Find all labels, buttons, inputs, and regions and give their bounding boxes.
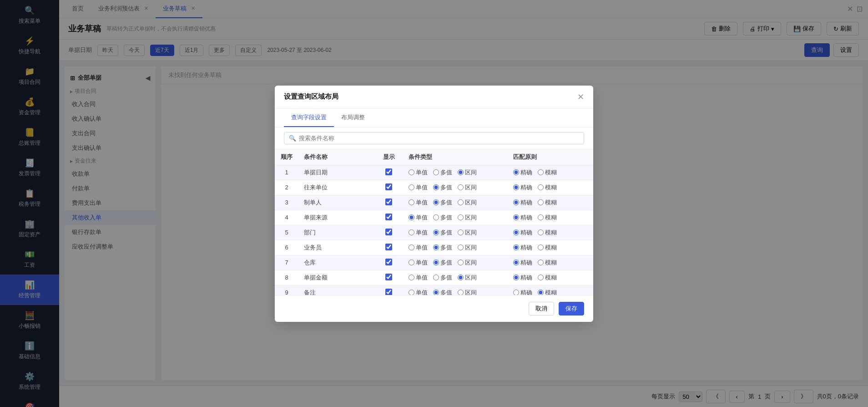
radio-match-exact-label[interactable]: 精确	[513, 168, 532, 177]
radio-type-single[interactable]	[409, 184, 414, 190]
radio-match-exact[interactable]	[513, 259, 519, 265]
radio-match-fuzzy[interactable]	[538, 199, 544, 205]
radio-type-multi[interactable]	[433, 229, 439, 235]
radio-match-fuzzy-label[interactable]: 模糊	[538, 214, 557, 222]
radio-type-single-label[interactable]: 单值	[409, 198, 428, 207]
radio-match-fuzzy-label[interactable]: 模糊	[538, 274, 557, 282]
radio-type-range[interactable]	[458, 184, 464, 190]
radio-type-range-label[interactable]: 区间	[458, 198, 477, 207]
radio-match-fuzzy[interactable]	[538, 184, 544, 190]
radio-match-fuzzy[interactable]	[538, 169, 544, 175]
radio-type-single[interactable]	[409, 229, 414, 235]
radio-type-single-label[interactable]: 单值	[409, 244, 428, 252]
radio-type-range-label[interactable]: 区间	[458, 168, 477, 177]
radio-type-single[interactable]	[409, 259, 414, 265]
show-checkbox[interactable]	[385, 229, 392, 235]
radio-match-exact-label[interactable]: 精确	[513, 289, 532, 295]
radio-match-fuzzy-label[interactable]: 模糊	[538, 183, 557, 192]
radio-type-range[interactable]	[458, 244, 464, 250]
radio-match-fuzzy[interactable]	[538, 214, 544, 220]
radio-match-exact-label[interactable]: 精确	[513, 259, 532, 267]
radio-type-range-label[interactable]: 区间	[458, 229, 477, 237]
radio-type-range-label[interactable]: 区间	[458, 259, 477, 267]
radio-match-fuzzy[interactable]	[538, 290, 544, 295]
radio-type-range[interactable]	[458, 214, 464, 220]
radio-type-single-label[interactable]: 单值	[409, 168, 428, 177]
radio-match-fuzzy-label[interactable]: 模糊	[538, 229, 557, 237]
radio-type-single-label[interactable]: 单值	[409, 229, 428, 237]
radio-type-multi[interactable]	[433, 244, 439, 250]
radio-match-fuzzy-label[interactable]: 模糊	[538, 198, 557, 207]
modal-tab-layout[interactable]: 布局调整	[334, 109, 372, 127]
radio-type-multi-label[interactable]: 多值	[433, 168, 452, 177]
show-checkbox[interactable]	[385, 198, 392, 205]
radio-type-multi[interactable]	[433, 290, 439, 295]
radio-type-multi-label[interactable]: 多值	[433, 229, 452, 237]
show-checkbox[interactable]	[385, 168, 392, 175]
radio-type-single[interactable]	[409, 275, 414, 280]
show-checkbox[interactable]	[385, 274, 392, 280]
radio-match-exact[interactable]	[513, 275, 519, 280]
radio-type-range[interactable]	[458, 229, 464, 235]
radio-match-fuzzy-label[interactable]: 模糊	[538, 259, 557, 267]
radio-match-exact-label[interactable]: 精确	[513, 244, 532, 252]
radio-type-multi[interactable]	[433, 275, 439, 280]
radio-type-range-label[interactable]: 区间	[458, 244, 477, 252]
radio-match-exact[interactable]	[513, 244, 519, 250]
radio-type-range-label[interactable]: 区间	[458, 214, 477, 222]
radio-type-multi[interactable]	[433, 259, 439, 265]
radio-match-exact-label[interactable]: 精确	[513, 214, 532, 222]
radio-type-single-label[interactable]: 单值	[409, 274, 428, 282]
radio-type-range-label[interactable]: 区间	[458, 183, 477, 192]
radio-match-exact[interactable]	[513, 169, 519, 175]
radio-match-exact-label[interactable]: 精确	[513, 183, 532, 192]
radio-type-single[interactable]	[409, 214, 414, 220]
radio-type-multi-label[interactable]: 多值	[433, 183, 452, 192]
radio-type-single-label[interactable]: 单值	[409, 259, 428, 267]
radio-match-fuzzy-label[interactable]: 模糊	[538, 168, 557, 177]
radio-type-multi-label[interactable]: 多值	[433, 274, 452, 282]
cancel-button[interactable]: 取消	[529, 302, 554, 315]
radio-type-range-label[interactable]: 区间	[458, 274, 477, 282]
radio-match-fuzzy[interactable]	[538, 259, 544, 265]
radio-type-multi[interactable]	[433, 184, 439, 190]
radio-type-multi[interactable]	[433, 214, 439, 220]
radio-match-exact[interactable]	[513, 199, 519, 205]
show-checkbox[interactable]	[385, 214, 392, 220]
radio-type-range[interactable]	[458, 290, 464, 295]
radio-type-range[interactable]	[458, 199, 464, 205]
radio-match-fuzzy-label[interactable]: 模糊	[538, 289, 557, 295]
radio-match-fuzzy[interactable]	[538, 229, 544, 235]
radio-type-single[interactable]	[409, 244, 414, 250]
radio-type-multi-label[interactable]: 多值	[433, 214, 452, 222]
radio-match-exact[interactable]	[513, 229, 519, 235]
radio-type-multi-label[interactable]: 多值	[433, 289, 452, 295]
radio-match-exact-label[interactable]: 精确	[513, 198, 532, 207]
radio-type-multi-label[interactable]: 多值	[433, 259, 452, 267]
radio-type-single-label[interactable]: 单值	[409, 214, 428, 222]
radio-match-exact[interactable]	[513, 290, 519, 295]
radio-type-single[interactable]	[409, 169, 414, 175]
radio-match-fuzzy[interactable]	[538, 275, 544, 280]
radio-match-exact-label[interactable]: 精确	[513, 229, 532, 237]
radio-match-fuzzy-label[interactable]: 模糊	[538, 244, 557, 252]
radio-type-range[interactable]	[458, 275, 464, 280]
search-input[interactable]	[299, 135, 579, 142]
radio-match-exact[interactable]	[513, 214, 519, 220]
modal-save-button[interactable]: 保存	[559, 302, 584, 315]
show-checkbox[interactable]	[385, 289, 392, 295]
show-checkbox[interactable]	[385, 259, 392, 265]
radio-type-single-label[interactable]: 单值	[409, 183, 428, 192]
show-checkbox[interactable]	[385, 183, 392, 190]
radio-type-range[interactable]	[458, 169, 464, 175]
modal-tab-fields[interactable]: 查询字段设置	[284, 109, 334, 127]
radio-match-exact[interactable]	[513, 184, 519, 190]
radio-type-single-label[interactable]: 单值	[409, 289, 428, 295]
radio-type-single[interactable]	[409, 290, 414, 295]
radio-type-range-label[interactable]: 区间	[458, 289, 477, 295]
radio-type-single[interactable]	[409, 199, 414, 205]
radio-type-multi[interactable]	[433, 169, 439, 175]
radio-type-multi[interactable]	[433, 199, 439, 205]
radio-match-fuzzy[interactable]	[538, 244, 544, 250]
radio-type-multi-label[interactable]: 多值	[433, 198, 452, 207]
